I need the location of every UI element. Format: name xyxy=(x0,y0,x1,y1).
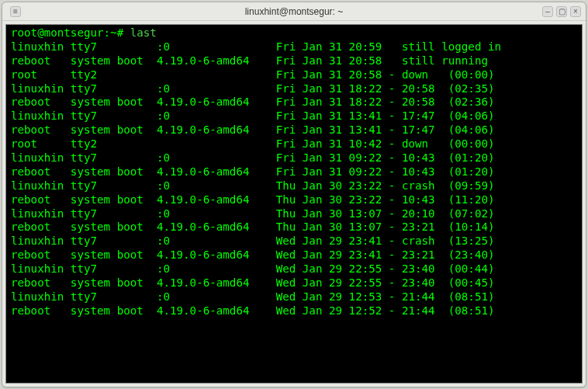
output-line: reboot system boot 4.19.0-6-amd64 Thu Ja… xyxy=(11,193,577,207)
output-line: linuxhin tty7 :0 Fri Jan 31 13:41 - 17:4… xyxy=(11,109,577,123)
menu-icon[interactable]: ≡ xyxy=(10,6,21,17)
output-line: linuxhin tty7 :0 Thu Jan 30 13:07 - 20:1… xyxy=(11,207,577,221)
minimize-button[interactable]: – xyxy=(542,6,553,17)
terminal-window: ≡ linuxhint@montsegur: ~ – ▢ × root@mont… xyxy=(2,2,586,387)
output-line: root tty2 Fri Jan 31 20:58 - down (00:00… xyxy=(11,68,577,82)
output-line: reboot system boot 4.19.0-6-amd64 Fri Ja… xyxy=(11,123,577,137)
output-line: reboot system boot 4.19.0-6-amd64 Fri Ja… xyxy=(11,96,577,109)
output-line: linuxhin tty7 :0 Wed Jan 29 12:53 - 21:4… xyxy=(11,290,577,304)
output-line: reboot system boot 4.19.0-6-amd64 Wed Ja… xyxy=(11,276,577,290)
output-line: root tty2 Fri Jan 31 10:42 - down (00:00… xyxy=(11,137,577,151)
output-line: reboot system boot 4.19.0-6-amd64 Fri Ja… xyxy=(11,54,577,68)
shell-prompt: root@montsegur:~# xyxy=(11,26,130,39)
close-button[interactable]: × xyxy=(570,6,581,17)
maximize-button[interactable]: ▢ xyxy=(556,6,567,17)
output-line: reboot system boot 4.19.0-6-amd64 Wed Ja… xyxy=(11,304,577,318)
output-line: reboot system boot 4.19.0-6-amd64 Fri Ja… xyxy=(11,165,577,179)
terminal-output[interactable]: root@montsegur:~# lastlinuxhin tty7 :0 F… xyxy=(5,24,583,384)
output-line: linuxhin tty7 :0 Thu Jan 30 23:22 - cras… xyxy=(11,179,577,193)
output-line: reboot system boot 4.19.0-6-amd64 Wed Ja… xyxy=(11,248,577,262)
output-line: linuxhin tty7 :0 Fri Jan 31 09:22 - 10:4… xyxy=(11,151,577,165)
output-line: linuxhin tty7 :0 Wed Jan 29 23:41 - cras… xyxy=(11,234,577,248)
output-line: linuxhin tty7 :0 Fri Jan 31 20:59 still … xyxy=(11,40,577,54)
window-titlebar: ≡ linuxhint@montsegur: ~ – ▢ × xyxy=(2,2,586,21)
output-line: reboot system boot 4.19.0-6-amd64 Thu Ja… xyxy=(11,221,577,234)
output-line: linuxhin tty7 :0 Wed Jan 29 22:55 - 23:4… xyxy=(11,262,577,276)
output-line: linuxhin tty7 :0 Fri Jan 31 18:22 - 20:5… xyxy=(11,82,577,96)
shell-command: last xyxy=(130,26,157,39)
window-title: linuxhint@montsegur: ~ xyxy=(2,6,586,17)
prompt-line: root@montsegur:~# last xyxy=(11,26,577,40)
